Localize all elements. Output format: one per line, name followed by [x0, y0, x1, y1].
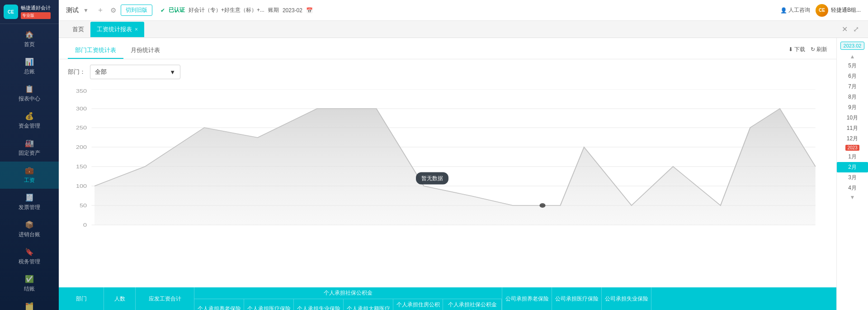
sidebar-item-trade[interactable]: 📦 进销台账 [0, 216, 59, 243]
archive-icon: 🗂️ [25, 302, 34, 310]
sidebar-item-tax[interactable]: 🔖 税务管理 [0, 243, 59, 270]
sidebar: CE 畅捷通好会计 专业版 🏠 首页 📊 总账 📋 报表中心 💰 资金管理 🏭 … [0, 0, 59, 310]
sidebar-item-funds[interactable]: 💰 资金管理 [0, 107, 59, 134]
sidebar-label-assets: 固定资产 [19, 149, 40, 157]
ledger-icon: 📊 [25, 57, 34, 66]
rp-month-jan[interactable]: 1月 [837, 152, 868, 162]
help-button[interactable]: 👤 人工咨询 [780, 6, 810, 14]
maximize-button[interactable]: ⤢ [851, 24, 861, 34]
sidebar-label-invoice: 发票管理 [19, 204, 40, 211]
subtab-bar: 部门工资统计表 月份统计表 ⬇ 下载 ↻ 刷新 [59, 38, 836, 59]
sidebar-item-archive[interactable]: 🗂️ 归档管理 [0, 297, 59, 310]
rp-up-arrow[interactable]: ▲ [850, 52, 855, 61]
tab-salary-label: 工资统计报表 [97, 25, 132, 33]
th-personal-medical: 个人承担医疗保险 [244, 299, 294, 310]
topbar-actions: ＋ ⚙ 切到旧版 [95, 5, 152, 16]
rp-month-aug[interactable]: 8月 [837, 92, 868, 102]
sidebar-item-salary[interactable]: 💼 工资 [0, 162, 59, 189]
rp-month-feb[interactable]: 2月 [837, 162, 868, 172]
rp-month-jun[interactable]: 6月 [837, 71, 868, 81]
svg-point-16 [539, 203, 545, 208]
close-panel-button[interactable]: ✕ [840, 24, 849, 34]
download-button[interactable]: ⬇ 下载 [788, 46, 805, 53]
sidebar-label-settlement: 结账 [24, 285, 35, 293]
sidebar-item-ledger[interactable]: 📊 总账 [0, 53, 59, 80]
topbar-right: 👤 人工咨询 CE 轻捷通B组... [780, 4, 861, 17]
th-company-unemployment: 公司承担失业保险 [602, 287, 651, 310]
dropdown-arrow-icon: ▼ [83, 7, 89, 14]
rp-month-may[interactable]: 5月 [837, 61, 868, 71]
select-arrow-icon: ▼ [170, 69, 175, 76]
period-value: 2023-02 [283, 7, 302, 14]
rp-month-jul[interactable]: 7月 [837, 81, 868, 92]
th-dept: 部门 [59, 287, 104, 310]
th-company-medical: 公司承担医疗保险 [552, 287, 602, 310]
tab-home[interactable]: 首页 [66, 22, 90, 37]
main-area: 测试 ▼ ＋ ⚙ 切到旧版 ✔ 已认证 好会计（专）+好生意（标）+... 账期… [59, 0, 868, 310]
topbar-status: ✔ 已认证 好会计（专）+好生意（标）+... 账期 2023-02 📅 [160, 6, 313, 14]
sidebar-item-home[interactable]: 🏠 首页 [0, 26, 59, 53]
year-2023-badge: 2023 [845, 145, 859, 151]
th-total-salary: 应发工资合计 [136, 287, 194, 310]
user-avatar[interactable]: CE 轻捷通B组... [816, 4, 861, 17]
rp-month-sep[interactable]: 9月 [837, 102, 868, 113]
sidebar-label-salary: 工资 [24, 176, 35, 184]
switch-old-button[interactable]: 切到旧版 [121, 5, 152, 16]
svg-text:0: 0 [83, 222, 87, 228]
help-icon: 👤 [780, 7, 787, 14]
rp-down-arrow[interactable]: ▼ [850, 193, 855, 201]
dept-filter-label: 部门： [68, 68, 85, 76]
chart-svg: 0 50 100 150 200 250 300 350 [68, 89, 827, 243]
status-certified: 已认证 [169, 6, 185, 14]
th-personal-pension: 个人承担养老保险 [194, 299, 244, 310]
settlement-icon: ✅ [25, 275, 34, 283]
user-name: 轻捷通B组... [831, 6, 861, 14]
subtab-dept[interactable]: 部门工资统计表 [68, 43, 123, 59]
svg-text:300: 300 [76, 106, 87, 112]
avatar-image: CE [816, 4, 828, 17]
rp-month-oct[interactable]: 10月 [837, 113, 868, 123]
tabbar-right: ✕ ⤢ [840, 24, 861, 34]
rp-month-dec[interactable]: 12月 [837, 134, 868, 144]
product-tags: 好会计（专）+好生意（标）+... [189, 6, 264, 14]
sidebar-item-invoice[interactable]: 🧾 发票管理 [0, 189, 59, 216]
th-personal-housing-fund: 个人承担住房公积金 [393, 299, 443, 310]
sidebar-nav: 🏠 首页 📊 总账 📋 报表中心 💰 资金管理 🏭 固定资产 💼 工资 🧾 发票… [0, 24, 59, 310]
content-main: 部门工资统计表 月份统计表 ⬇ 下载 ↻ 刷新 [59, 38, 836, 310]
add-button[interactable]: ＋ [95, 5, 106, 16]
th-count: 人数 [104, 287, 136, 310]
rp-month-apr[interactable]: 4月 [837, 183, 868, 193]
th-group-personal: 个人承担社保公积金 个人承担养老保险 个人承担医疗保险 个人承担失业保险 [194, 287, 502, 310]
help-label: 人工咨询 [788, 6, 810, 14]
reports-icon: 📋 [25, 85, 34, 93]
rp-month-mar[interactable]: 3月 [837, 172, 868, 183]
refresh-icon: ↻ [811, 46, 815, 52]
sidebar-item-reports[interactable]: 📋 报表中心 [0, 80, 59, 107]
tab-salary-report[interactable]: 工资统计报表 × [90, 22, 144, 37]
svg-text:150: 150 [76, 164, 87, 170]
company-name: 测试 [66, 6, 79, 14]
rp-month-nov[interactable]: 11月 [837, 123, 868, 134]
subtab-monthly[interactable]: 月份统计表 [123, 43, 167, 59]
sidebar-label-ledger: 总账 [24, 68, 35, 76]
chart-container: 0 50 100 150 200 250 300 350 [59, 85, 836, 287]
sidebar-item-settlement[interactable]: ✅ 结账 [0, 270, 59, 297]
tax-icon: 🔖 [25, 248, 34, 256]
assets-icon: 🏭 [25, 139, 34, 148]
sidebar-label-tax: 税务管理 [19, 258, 40, 266]
calendar-icon[interactable]: 📅 [306, 7, 313, 14]
home-icon: 🏠 [25, 30, 34, 39]
dept-filter-select[interactable]: 全部 ▼ [90, 65, 180, 79]
content-area: 部门工资统计表 月份统计表 ⬇ 下载 ↻ 刷新 [59, 38, 868, 310]
app-logo: CE 畅捷通好会计 专业版 [0, 0, 59, 24]
invoice-icon: 🧾 [25, 193, 34, 202]
settings-button[interactable]: ⚙ [108, 5, 118, 15]
sidebar-item-assets[interactable]: 🏭 固定资产 [0, 134, 59, 162]
th-personal-serious-illness: 个人承担大额医疗 [344, 299, 393, 310]
refresh-button[interactable]: ↻ 刷新 [811, 46, 827, 53]
th-personal-total: 个人承担社保公积金合计 [443, 299, 502, 310]
tabbar: 首页 工资统计报表 × ✕ ⤢ [59, 21, 868, 38]
topbar: 测试 ▼ ＋ ⚙ 切到旧版 ✔ 已认证 好会计（专）+好生意（标）+... 账期… [59, 0, 868, 21]
right-panel: 2023.02 ▲ 5月 6月 7月 8月 9月 10月 11月 12月 202… [836, 38, 868, 310]
tab-close-icon[interactable]: × [135, 26, 138, 33]
